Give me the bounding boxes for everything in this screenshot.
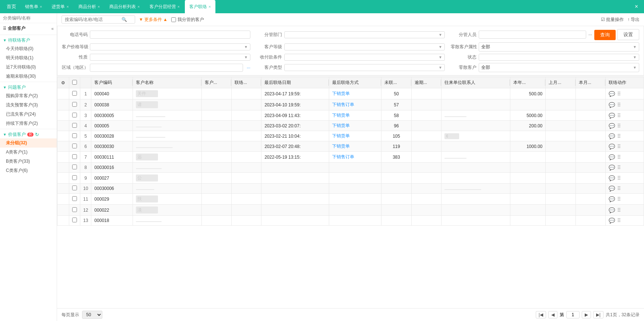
message-icon[interactable]: 💬	[609, 123, 615, 129]
qr-icon[interactable]: ⠿	[617, 133, 621, 139]
message-icon[interactable]: 💬	[609, 175, 615, 181]
batch-operate-button[interactable]: ☑ 批量操作	[601, 17, 624, 23]
sidebar-item-class-b[interactable]: B类客户(33)	[0, 157, 57, 166]
refresh-icon[interactable]: ↻	[35, 132, 39, 137]
qr-icon[interactable]: ⠿	[617, 102, 621, 108]
row-checkbox[interactable]	[72, 207, 77, 212]
qr-icon[interactable]: ⠿	[617, 165, 621, 170]
qr-icon[interactable]: ⠿	[617, 218, 621, 223]
row-checkbox[interactable]	[72, 144, 77, 148]
close-all-tabs[interactable]: ×	[632, 3, 641, 10]
my-customers-checkbox[interactable]: 我分管的客户	[171, 17, 204, 23]
qr-icon[interactable]: ⠿	[617, 91, 621, 97]
all-customers-header[interactable]: ⠿ 全部客户 «	[0, 23, 57, 34]
last-page-button[interactable]: ▶|	[593, 311, 603, 318]
sidebar-item-hoarding-anomaly[interactable]: 囤购异常客户(2)	[0, 91, 57, 100]
settings-col-header[interactable]: ⚙	[57, 77, 69, 88]
phone-input[interactable]	[90, 31, 250, 39]
export-button[interactable]: ↑ 导出	[627, 17, 640, 23]
message-icon[interactable]: 💬	[609, 102, 615, 108]
search-input[interactable]	[65, 17, 120, 22]
company-contact-col-header[interactable]: 往来单位联系人	[441, 77, 510, 88]
message-icon[interactable]: 💬	[609, 133, 615, 139]
reset-button[interactable]: 设置	[617, 29, 639, 40]
last-contact-date-col-header[interactable]: 最后联络日期	[261, 77, 329, 88]
contact-method-link[interactable]: 下销售订单	[332, 102, 354, 107]
per-page-select[interactable]: 50 20 100	[82, 311, 102, 319]
status-select[interactable]: ▼	[479, 54, 639, 61]
ellipsis-icon[interactable]: ···	[588, 32, 592, 37]
sidebar-item-ungroup[interactable]: 未分组(32)	[0, 138, 57, 148]
sidebar-item-tomorrow-pending[interactable]: 明天待联络(1)	[0, 53, 57, 63]
close-product-analysis-tab[interactable]: ×	[98, 4, 100, 9]
property-select[interactable]: ▼	[90, 54, 250, 61]
customer-level-select[interactable]: ▼	[284, 43, 445, 50]
not-contacted-col-header[interactable]: 未联...	[381, 77, 411, 88]
type-col-header[interactable]: 客户...	[201, 77, 231, 88]
region-ellipsis-icon[interactable]: ···	[247, 65, 250, 70]
message-icon[interactable]: 💬	[609, 154, 615, 160]
contact-method-link[interactable]: 下销货单	[332, 113, 350, 118]
overdue-col-header[interactable]: 逾期...	[411, 77, 441, 88]
sidebar-search-bar[interactable]: 🔍	[0, 13, 57, 23]
tab-customer-contact[interactable]: 客户联络 ×	[185, 0, 215, 13]
first-page-button[interactable]: |◀	[536, 311, 546, 318]
last-contact-method-col-header[interactable]: 最后联络方式	[329, 77, 381, 88]
more-conditions-button[interactable]: ▼ 更多条件 ▲	[139, 17, 168, 23]
this-month-col-header[interactable]: 本月...	[576, 77, 605, 88]
message-icon[interactable]: 💬	[609, 165, 615, 170]
sidebar-item-churned[interactable]: 已流失客户(24)	[0, 110, 57, 119]
sidebar-item-class-a[interactable]: A类客户(1)	[0, 148, 57, 157]
row-checkbox[interactable]	[72, 186, 77, 190]
sidebar-item-overdue-contact[interactable]: 逾期未联络(30)	[0, 72, 57, 81]
qr-icon[interactable]: ⠿	[617, 207, 621, 213]
region-input[interactable]	[90, 64, 243, 72]
next-page-button[interactable]: ▶	[582, 311, 591, 318]
zero-retail-attr-select[interactable]: 全部 ▼	[479, 42, 639, 52]
sidebar-item-declining[interactable]: 持续下滑客户(2)	[0, 119, 57, 128]
my-customers-check[interactable]	[171, 17, 176, 22]
row-checkbox[interactable]	[72, 113, 77, 117]
prev-page-button[interactable]: ◀	[548, 311, 557, 318]
sidebar-search-input[interactable]	[3, 15, 57, 21]
qr-icon[interactable]: ⠿	[617, 175, 621, 181]
row-checkbox[interactable]	[72, 196, 77, 201]
close-purchase-tab[interactable]: ×	[66, 4, 68, 9]
message-icon[interactable]: 💬	[609, 207, 615, 213]
group-pending-contact[interactable]: ▼ 待联络客户	[0, 36, 57, 44]
group-problem-customers[interactable]: ▼ 问题客户	[0, 83, 57, 91]
contact-method-link[interactable]: 下销货单	[332, 133, 350, 138]
qr-icon[interactable]: ⠿	[617, 154, 621, 160]
sidebar-item-today-pending[interactable]: 今天待联络(0)	[0, 44, 57, 53]
contact-method-link[interactable]: 下销货单	[332, 144, 350, 149]
this-year-col-header[interactable]: 本年...	[510, 77, 545, 88]
select-all-header[interactable]	[69, 77, 80, 88]
row-checkbox[interactable]	[72, 133, 77, 138]
message-icon[interactable]: 💬	[609, 144, 615, 149]
name-col-header[interactable]: 客户名称	[133, 77, 201, 88]
qr-icon[interactable]: ⠿	[617, 196, 621, 202]
row-checkbox[interactable]	[72, 175, 77, 180]
tab-customer-segmentation[interactable]: 客户分层经营 ×	[145, 0, 184, 13]
contact-method-link[interactable]: 下销货单	[332, 91, 350, 96]
contact-col-header[interactable]: 联络...	[231, 77, 261, 88]
qr-icon[interactable]: ⠿	[617, 113, 621, 119]
dept-select[interactable]: ▼	[284, 31, 445, 38]
tab-product-analysis[interactable]: 商品分析 ×	[74, 0, 104, 13]
close-customer-segmentation-tab[interactable]: ×	[177, 4, 180, 9]
manager-input[interactable]	[479, 31, 586, 39]
customer-type-select[interactable]: ▼	[284, 64, 445, 71]
message-icon[interactable]: 💬	[609, 186, 615, 191]
row-checkbox[interactable]	[72, 91, 77, 96]
search-button[interactable]: 查询	[594, 30, 616, 40]
tab-product-analysis-list[interactable]: 商品分析列表 ×	[105, 0, 144, 13]
qr-icon[interactable]: ⠿	[617, 123, 621, 129]
group-value-customers[interactable]: ▼ 价值客户 R ↻	[0, 130, 57, 138]
page-number-input[interactable]	[566, 311, 580, 318]
sidebar-collapse-button[interactable]: «	[51, 26, 54, 31]
sidebar-item-class-c[interactable]: C类客户(6)	[0, 166, 57, 175]
message-icon[interactable]: 💬	[609, 196, 615, 202]
sidebar-item-churn-warning[interactable]: 流失预警客户(3)	[0, 100, 57, 110]
payment-select[interactable]: ▼	[284, 54, 445, 61]
zero-retail-select[interactable]: 全部 ▼	[479, 63, 639, 72]
